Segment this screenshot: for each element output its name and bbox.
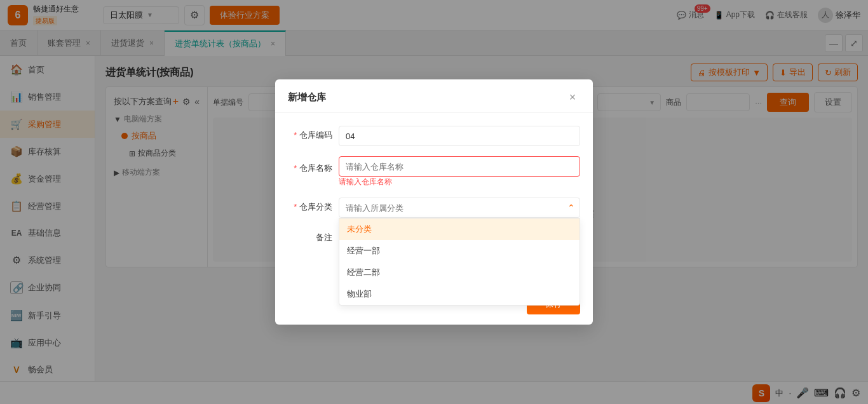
category-select-arrow-icon[interactable]: ⌃ <box>567 203 575 213</box>
modal-header: 新增仓库 × <box>275 79 593 113</box>
modal-close-button[interactable]: × <box>565 90 580 105</box>
warehouse-code-input[interactable] <box>339 126 580 146</box>
dropdown-item-uncategorized[interactable]: 未分类 <box>339 219 580 240</box>
modal-overlay: 新增仓库 × * 仓库编码 * 仓库名称 <box>0 0 868 404</box>
add-warehouse-modal: 新增仓库 × * 仓库编码 * 仓库名称 <box>275 79 593 325</box>
warehouse-category-label: * 仓库分类 <box>288 198 339 213</box>
notes-label: 备注 <box>288 228 339 243</box>
warehouse-category-row: * 仓库分类 ⌃ 未分类 经营一部 经营二部 物业部 <box>288 198 580 218</box>
warehouse-name-label: * 仓库名称 <box>288 159 339 174</box>
warehouse-name-row: * 仓库名称 请输入仓库名称 <box>288 156 580 187</box>
warehouse-name-input[interactable] <box>339 156 580 177</box>
warehouse-code-row: * 仓库编码 <box>288 126 580 146</box>
category-dropdown: 未分类 经营一部 经营二部 物业部 <box>339 218 580 306</box>
required-star-name: * <box>294 163 297 173</box>
modal-body: * 仓库编码 * 仓库名称 请输入仓库名称 <box>275 113 593 289</box>
dropdown-item-property[interactable]: 物业部 <box>339 283 580 305</box>
dropdown-item-dept1[interactable]: 经营一部 <box>339 240 580 262</box>
notes-label-text: 备注 <box>316 232 332 242</box>
modal-title: 新增仓库 <box>288 91 326 104</box>
warehouse-name-error-wrap: 请输入仓库名称 <box>339 177 392 187</box>
dropdown-item-dept2[interactable]: 经营二部 <box>339 262 580 283</box>
warehouse-name-error: 请输入仓库名称 <box>339 177 392 186</box>
required-star-code: * <box>294 130 297 140</box>
warehouse-name-label-text: 仓库名称 <box>299 163 332 173</box>
required-star-category: * <box>294 202 297 212</box>
warehouse-name-input-row: * 仓库名称 <box>288 156 580 177</box>
warehouse-code-label-text: 仓库编码 <box>299 130 332 140</box>
warehouse-category-select-wrap: ⌃ 未分类 经营一部 经营二部 物业部 <box>339 198 580 218</box>
warehouse-category-label-text: 仓库分类 <box>299 202 332 212</box>
warehouse-code-label: * 仓库编码 <box>288 126 339 141</box>
warehouse-category-input[interactable] <box>339 198 580 218</box>
